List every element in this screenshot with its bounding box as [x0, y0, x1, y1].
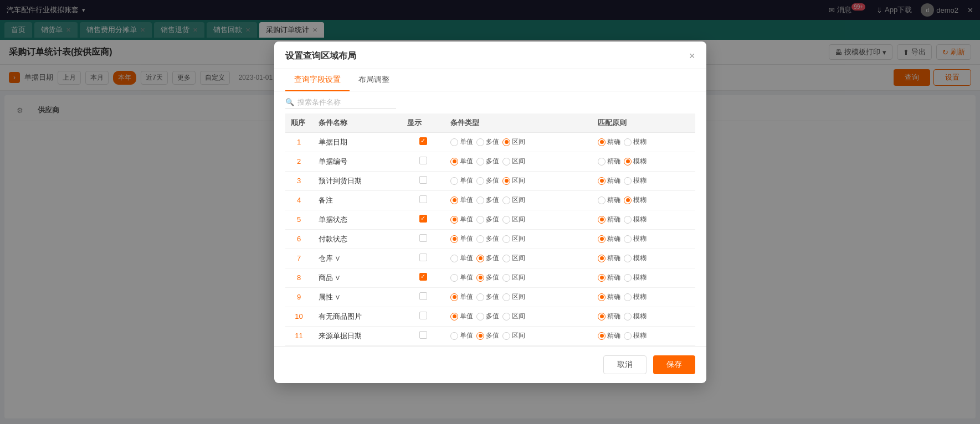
type-radio-0[interactable]: 单值: [450, 176, 473, 185]
type-radio-1[interactable]: 多值: [476, 176, 499, 185]
dialog-tab-fields[interactable]: 查询字段设置: [285, 69, 350, 91]
type-radio-2[interactable]: 区间: [502, 331, 525, 340]
match-radio-label: 模糊: [633, 195, 647, 205]
type-radio-0[interactable]: 单值: [450, 215, 473, 224]
match-radio-1[interactable]: 模糊: [624, 234, 647, 244]
match-radio-0[interactable]: 精确: [598, 331, 620, 340]
dialog-close-btn[interactable]: ×: [689, 51, 695, 61]
type-radio-2[interactable]: 区间: [502, 234, 525, 244]
cell-name: 付款状态: [313, 229, 402, 249]
cell-type: 单值多值区间: [445, 210, 592, 229]
cell-display[interactable]: [402, 249, 445, 268]
display-checkbox[interactable]: [419, 254, 427, 261]
display-checkbox[interactable]: [419, 312, 427, 319]
type-radio-2[interactable]: 区间: [502, 215, 525, 224]
cell-display[interactable]: [402, 229, 445, 249]
match-radio-1[interactable]: 模糊: [624, 254, 647, 263]
match-radio-label: 模糊: [633, 137, 647, 147]
match-radio-1[interactable]: 模糊: [624, 195, 647, 205]
type-radio-0[interactable]: 单值: [450, 137, 473, 147]
search-input[interactable]: [297, 98, 386, 106]
dialog-tabs: 查询字段设置 布局调整: [274, 69, 706, 91]
cell-display[interactable]: [402, 326, 445, 345]
radio-label: 单值: [460, 137, 473, 147]
type-radio-2[interactable]: 区间: [502, 137, 525, 147]
cell-order: 4: [285, 190, 313, 210]
radio-label: 区间: [512, 331, 525, 340]
cell-name: 单据编号: [313, 152, 402, 171]
type-radio-0[interactable]: 单值: [450, 312, 473, 321]
display-checkbox[interactable]: [419, 331, 427, 339]
type-radio-2[interactable]: 区间: [502, 195, 525, 205]
type-radio-2[interactable]: 区间: [502, 157, 525, 166]
match-radio-0[interactable]: 精确: [598, 273, 620, 282]
display-checkbox[interactable]: [419, 176, 427, 184]
match-radio-1[interactable]: 模糊: [624, 157, 647, 166]
type-radio-1[interactable]: 多值: [476, 292, 499, 302]
match-radio-0[interactable]: 精确: [598, 234, 620, 244]
match-radio-1[interactable]: 模糊: [624, 292, 647, 302]
match-radio-0[interactable]: 精确: [598, 137, 620, 147]
match-radio-1[interactable]: 模糊: [624, 215, 647, 224]
match-radio-0[interactable]: 精确: [598, 254, 620, 263]
cell-order: 6: [285, 229, 313, 249]
type-radio-0[interactable]: 单值: [450, 273, 473, 282]
search-box: 🔍: [285, 98, 396, 109]
dialog-footer: 取消 保存: [274, 346, 706, 383]
type-radio-2[interactable]: 区间: [502, 312, 525, 321]
cell-display[interactable]: [402, 190, 445, 210]
type-radio-2[interactable]: 区间: [502, 292, 525, 302]
match-radio-0[interactable]: 精确: [598, 176, 620, 185]
type-radio-0[interactable]: 单值: [450, 195, 473, 205]
dialog-tab-layout[interactable]: 布局调整: [350, 69, 398, 91]
display-checkbox[interactable]: [419, 215, 427, 223]
type-radio-1[interactable]: 多值: [476, 195, 499, 205]
type-radio-1[interactable]: 多值: [476, 273, 499, 282]
type-radio-1[interactable]: 多值: [476, 234, 499, 244]
type-radio-2[interactable]: 区间: [502, 176, 525, 185]
match-radio-0[interactable]: 精确: [598, 195, 620, 205]
match-radio-1[interactable]: 模糊: [624, 176, 647, 185]
type-radio-2[interactable]: 区间: [502, 273, 525, 282]
cell-display[interactable]: [402, 171, 445, 190]
cell-display[interactable]: [402, 132, 445, 152]
display-checkbox[interactable]: [419, 137, 427, 145]
radio-dot: [450, 274, 458, 282]
radio-label: 区间: [512, 157, 525, 166]
match-radio-1[interactable]: 模糊: [624, 331, 647, 340]
type-radio-1[interactable]: 多值: [476, 331, 499, 340]
match-radio-0[interactable]: 精确: [598, 215, 620, 224]
display-checkbox[interactable]: [419, 157, 427, 164]
match-radio-1[interactable]: 模糊: [624, 273, 647, 282]
type-radio-0[interactable]: 单值: [450, 331, 473, 340]
display-checkbox[interactable]: [419, 292, 427, 300]
match-radio-1[interactable]: 模糊: [624, 137, 647, 147]
match-radio-label: 精确: [607, 254, 620, 263]
save-button[interactable]: 保存: [653, 355, 695, 374]
type-radio-1[interactable]: 多值: [476, 157, 499, 166]
match-radio-0[interactable]: 精确: [598, 292, 620, 302]
type-radio-0[interactable]: 单值: [450, 292, 473, 302]
type-radio-1[interactable]: 多值: [476, 254, 499, 263]
display-checkbox[interactable]: [419, 195, 427, 203]
match-radio-dot: [598, 138, 606, 146]
type-radio-1[interactable]: 多值: [476, 137, 499, 147]
type-radio-0[interactable]: 单值: [450, 234, 473, 244]
cell-display[interactable]: [402, 287, 445, 307]
type-radio-1[interactable]: 多值: [476, 215, 499, 224]
match-radio-1[interactable]: 模糊: [624, 312, 647, 321]
match-radio-0[interactable]: 精确: [598, 157, 620, 166]
cancel-button[interactable]: 取消: [603, 355, 647, 374]
type-radio-0[interactable]: 单值: [450, 254, 473, 263]
match-radio-dot: [624, 313, 632, 320]
display-checkbox[interactable]: [419, 273, 427, 281]
type-radio-0[interactable]: 单值: [450, 157, 473, 166]
cell-display[interactable]: [402, 210, 445, 229]
type-radio-1[interactable]: 多值: [476, 312, 499, 321]
type-radio-2[interactable]: 区间: [502, 254, 525, 263]
cell-display[interactable]: [402, 268, 445, 287]
cell-display[interactable]: [402, 152, 445, 171]
display-checkbox[interactable]: [419, 234, 427, 242]
match-radio-0[interactable]: 精确: [598, 312, 620, 321]
cell-display[interactable]: [402, 307, 445, 326]
